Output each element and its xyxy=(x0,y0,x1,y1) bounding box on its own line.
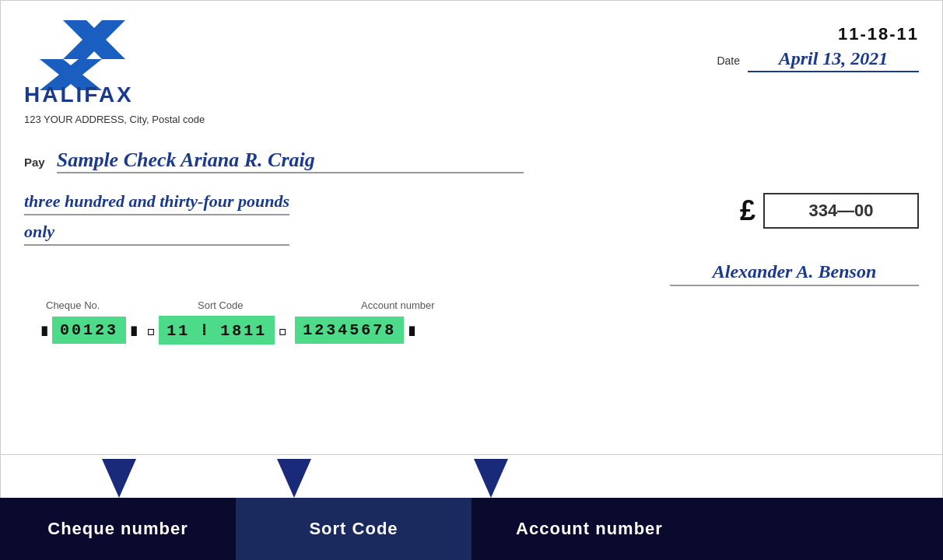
arrow-cheque xyxy=(102,459,136,498)
sort-code-micr: 11 ⁞ 1811 xyxy=(159,316,275,345)
footer-cheque-number: Cheque number xyxy=(0,498,236,560)
arrows-section xyxy=(0,455,943,498)
logo-container: HALIFAX xyxy=(24,16,152,107)
top-right: 11-18-11 Date April 13, 2021 xyxy=(717,16,919,72)
date-value: April 13, 2021 xyxy=(748,48,919,72)
date-label: Date xyxy=(717,54,740,67)
pay-row: Pay Sample Check Ariana R. Craig xyxy=(24,149,919,173)
micr-delim-2: ∎ xyxy=(129,321,138,340)
signature-section: Alexander A. Benson xyxy=(24,261,919,286)
pound-symbol: £ xyxy=(740,194,755,227)
micr-delim-5: ∎ xyxy=(407,321,416,340)
top-section: HALIFAX 11-18-11 Date April 13, 2021 xyxy=(24,16,919,107)
account-no-micr: 12345678 xyxy=(295,317,404,344)
pay-label: Pay xyxy=(24,156,45,169)
amount-words-line2: only xyxy=(24,222,289,246)
payee-name: Sample Check Ariana R. Craig xyxy=(57,149,524,173)
cheque-no-label: Cheque No. xyxy=(46,298,198,312)
cheque-number-micr: 00123 xyxy=(52,317,126,344)
amount-section: £ 334—00 xyxy=(740,193,919,229)
footer-right-empty xyxy=(707,498,943,560)
amount-words-line1: three hundred and thirty-four pounds xyxy=(24,191,289,215)
account-no-label: Account number xyxy=(361,298,517,312)
footer-sort-code: Sort Code xyxy=(236,498,471,560)
address-text: 123 YOUR ADDRESS, City, Postal code xyxy=(24,114,919,125)
cheque-body: HALIFAX 11-18-11 Date April 13, 2021 123… xyxy=(0,0,943,455)
micr-row: ∎ 00123 ∎ ▫ 11 ⁞ 1811 ▫ 12345678 ∎ xyxy=(24,316,919,345)
footer-cheque-number-label: Cheque number xyxy=(47,519,188,539)
micr-delim-4: ▫ xyxy=(278,321,287,340)
arrow-sort xyxy=(277,459,311,498)
logo-text: HALIFAX xyxy=(24,82,134,107)
footer-account-number-label: Account number xyxy=(516,519,663,539)
micr-delim-3: ▫ xyxy=(146,321,156,340)
halifax-logo-icon xyxy=(24,16,152,90)
footer-account-number: Account number xyxy=(471,498,707,560)
sort-code-label: Sort Code xyxy=(198,298,361,312)
footer-sort-code-label: Sort Code xyxy=(309,519,398,539)
micr-delim-1: ∎ xyxy=(40,321,49,340)
footer-bar: Cheque number Sort Code Account number xyxy=(0,498,943,560)
arrow-account xyxy=(474,459,508,498)
date-row: Date April 13, 2021 xyxy=(717,48,919,72)
cheque-wrapper: HALIFAX 11-18-11 Date April 13, 2021 123… xyxy=(0,0,943,560)
signature-value: Alexander A. Benson xyxy=(670,261,919,286)
words-section: three hundred and thirty-four pounds onl… xyxy=(24,185,289,246)
sort-code-display: 11-18-11 xyxy=(838,24,919,44)
amount-box: 334—00 xyxy=(763,193,919,229)
